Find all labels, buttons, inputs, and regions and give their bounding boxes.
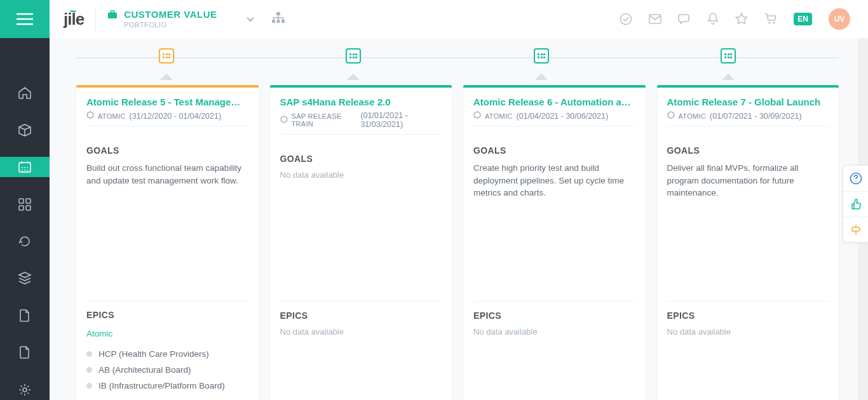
hex-icon xyxy=(280,116,288,125)
no-data-text: No data available xyxy=(280,170,442,180)
no-data-text: No data available xyxy=(667,327,829,337)
no-data-text: No data available xyxy=(280,327,442,337)
hex-icon xyxy=(86,111,94,121)
bell-icon[interactable] xyxy=(707,13,719,25)
hierarchy-icon[interactable] xyxy=(272,12,285,26)
timeline-marker[interactable] xyxy=(346,48,361,63)
svg-point-11 xyxy=(22,167,23,168)
nav-settings[interactable] xyxy=(0,380,50,400)
epic-group[interactable]: Atomic xyxy=(86,329,248,338)
no-data-text: No data available xyxy=(473,327,635,337)
menu-toggle-button[interactable] xyxy=(0,0,50,38)
nav-refresh[interactable] xyxy=(0,231,50,251)
chat-icon[interactable] xyxy=(678,13,691,25)
help-tray xyxy=(843,165,868,243)
svg-point-16 xyxy=(27,170,28,171)
date-range: (01/04/2021 - 30/06/2021) xyxy=(517,112,609,121)
date-range: (01/07/2021 - 30/09/2021) xyxy=(710,112,802,121)
user-avatar[interactable]: UV xyxy=(829,8,850,30)
portfolio-title: CUSTOMER VALUE xyxy=(124,9,217,20)
epics-heading: EPICS xyxy=(473,301,635,321)
app-logo[interactable]: ••••jile xyxy=(64,10,84,29)
date-range: (31/12/2020 - 01/04/2021) xyxy=(130,112,222,121)
svg-point-13 xyxy=(27,167,28,168)
goals-text: Build out cross functional team capabili… xyxy=(86,162,248,187)
svg-rect-4 xyxy=(276,20,280,23)
help-icon[interactable] xyxy=(843,166,868,191)
epic-item[interactable]: IB (Infrastructure/Platform Board) xyxy=(86,378,248,394)
timeline-marker[interactable] xyxy=(159,48,174,63)
svg-point-6 xyxy=(621,14,632,25)
epics-heading: EPICS xyxy=(86,300,248,320)
star-icon[interactable] xyxy=(735,13,748,25)
svg-rect-19 xyxy=(19,206,24,210)
svg-point-12 xyxy=(24,167,25,168)
svg-rect-18 xyxy=(26,199,31,203)
hex-icon xyxy=(667,111,675,121)
nav-box[interactable] xyxy=(0,119,50,140)
timeline xyxy=(76,57,839,58)
svg-rect-3 xyxy=(272,20,275,23)
top-actions: EN UV xyxy=(620,8,868,30)
svg-rect-0 xyxy=(108,13,117,18)
release-card: Atomic Release 5 - Test Management... AT… xyxy=(76,85,259,400)
svg-rect-20 xyxy=(26,206,31,210)
nav-doc2[interactable] xyxy=(0,342,50,363)
nav-grid[interactable] xyxy=(0,194,50,214)
epics-heading: EPICS xyxy=(667,301,829,321)
signpost-icon[interactable] xyxy=(843,217,868,242)
card-title[interactable]: SAP s4Hana Release 2.0 xyxy=(280,97,442,107)
epic-item[interactable]: AB (Architectural Board) xyxy=(86,362,248,378)
svg-rect-5 xyxy=(281,20,285,23)
timeline-marker[interactable] xyxy=(721,48,736,63)
hex-icon xyxy=(473,111,481,121)
epics-heading: EPICS xyxy=(280,301,442,321)
program-name: SAP RELEASE TRAIN xyxy=(292,112,357,128)
program-name: ATOMIC xyxy=(679,112,707,120)
portfolio-subtitle: PORTFOLIO xyxy=(124,21,217,29)
epic-item[interactable]: HCP (Health Care Providers) xyxy=(86,346,248,362)
goals-text: Create high priority test and build depl… xyxy=(473,162,635,199)
cart-icon[interactable] xyxy=(764,13,777,25)
svg-point-15 xyxy=(24,170,25,171)
release-card: SAP s4Hana Release 2.0 SAP RELEASE TRAIN… xyxy=(270,85,452,400)
chevron-down-icon[interactable] xyxy=(247,13,254,25)
top-bar: ••••jile CUSTOMER VALUE PORTFOLIO EN UV xyxy=(0,0,868,38)
goals-heading: GOALS xyxy=(280,154,442,164)
release-cards: Atomic Release 5 - Test Management... AT… xyxy=(76,85,839,400)
mail-icon[interactable] xyxy=(649,14,661,24)
language-badge[interactable]: EN xyxy=(794,13,812,25)
program-name: ATOMIC xyxy=(98,112,126,120)
briefcase-icon xyxy=(107,10,118,22)
card-title[interactable]: Atomic Release 6 - Automation and ... xyxy=(473,97,635,107)
goals-text: Deliver all final MVPs, formalize all pr… xyxy=(667,162,829,199)
svg-point-14 xyxy=(22,170,23,171)
nav-layers[interactable] xyxy=(0,268,50,288)
portfolio-selector[interactable]: CUSTOMER VALUE PORTFOLIO xyxy=(107,9,217,29)
svg-rect-1 xyxy=(111,11,114,13)
check-circle-icon[interactable] xyxy=(620,13,632,25)
goals-heading: GOALS xyxy=(667,145,829,156)
svg-rect-2 xyxy=(276,12,280,15)
nav-doc1[interactable] xyxy=(0,305,50,326)
svg-point-21 xyxy=(23,388,27,392)
goals-heading: GOALS xyxy=(473,145,635,156)
date-range: (01/01/2021 - 31/03/2021) xyxy=(360,111,442,129)
card-title[interactable]: Atomic Release 5 - Test Management... xyxy=(86,97,248,107)
nav-home[interactable] xyxy=(0,83,50,103)
release-card: Atomic Release 6 - Automation and ... AT… xyxy=(463,85,646,400)
left-sidebar xyxy=(0,38,50,400)
timeline-marker[interactable] xyxy=(534,48,549,63)
svg-rect-17 xyxy=(19,199,24,203)
thumbs-up-icon[interactable] xyxy=(843,191,868,217)
goals-heading: GOALS xyxy=(86,145,248,156)
svg-point-8 xyxy=(769,22,771,23)
svg-point-9 xyxy=(773,22,775,23)
card-title[interactable]: Atomic Release 7 - Global Launch xyxy=(667,97,829,107)
program-name: ATOMIC xyxy=(485,112,513,120)
divider xyxy=(95,7,96,31)
hamburger-icon xyxy=(16,13,34,25)
content-area: Atomic Release 5 - Test Management... AT… xyxy=(50,38,868,400)
nav-calendar[interactable] xyxy=(0,157,50,177)
release-card: Atomic Release 7 - Global Launch ATOMIC … xyxy=(657,85,839,400)
